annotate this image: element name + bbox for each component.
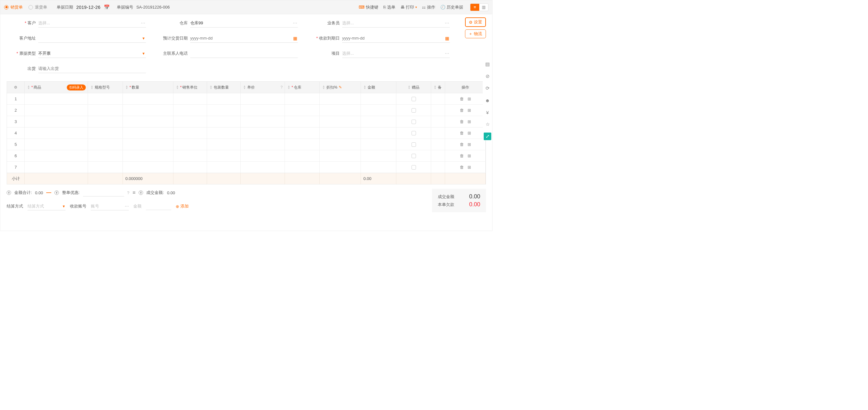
- chevron-down-icon: ▼: [62, 204, 65, 208]
- ellipsis-icon[interactable]: ⋯: [445, 51, 449, 56]
- account-select[interactable]: 账号⋯: [91, 202, 129, 210]
- add-row-icon[interactable]: ⊞: [468, 142, 471, 147]
- rail-star-icon[interactable]: ☆: [484, 121, 491, 128]
- add-settlement-button[interactable]: ⊕添加: [176, 203, 189, 209]
- col-spec[interactable]: ▲▼规格型号: [88, 81, 123, 93]
- plus-circle-icon: ⊕: [176, 204, 179, 209]
- col-pack[interactable]: ▲▼包装数量: [207, 81, 241, 93]
- ellipsis-icon[interactable]: ⋯: [141, 21, 145, 26]
- expect-date-input[interactable]: ▦: [190, 34, 298, 43]
- rail-currency-icon[interactable]: ¥: [484, 108, 491, 116]
- rail-user-icon[interactable]: ☻: [484, 97, 491, 104]
- select-doc-button[interactable]: ⎘选单: [383, 4, 395, 10]
- table-row[interactable]: 5🗑⊞: [7, 139, 486, 150]
- salesman-select[interactable]: 选择...⋯: [342, 19, 450, 28]
- shortcut-button[interactable]: ⌨快捷键: [359, 4, 378, 10]
- table-row[interactable]: 1🗑⊞: [7, 93, 486, 104]
- doc-no-label: 单据编号: [117, 4, 133, 10]
- ellipsis-icon[interactable]: ⋯: [293, 21, 297, 26]
- calendar-icon[interactable]: ▦: [293, 36, 297, 41]
- view-list-icon[interactable]: ≡: [470, 4, 479, 11]
- customer-address-select[interactable]: ▼: [38, 34, 146, 43]
- settle-method-select[interactable]: 结算方式▼: [28, 202, 65, 210]
- add-row-icon[interactable]: ⊞: [468, 119, 471, 124]
- rail-refresh-icon[interactable]: ⟳: [484, 84, 491, 92]
- gift-checkbox[interactable]: [411, 119, 416, 124]
- delete-row-icon[interactable]: 🗑: [460, 108, 464, 113]
- totals-line: ¥ 金额合计: 0.00 — ¥ 整单优惠: ? = ¥ 成交金额: 0.00: [7, 189, 432, 197]
- operate-button[interactable]: ⚏操作: [422, 4, 435, 10]
- gear-icon[interactable]: ⚙: [14, 85, 18, 90]
- rail-note-icon[interactable]: ▤: [484, 61, 491, 68]
- cust-addr-label: 客户地址: [19, 36, 36, 40]
- add-row-icon[interactable]: ⊞: [468, 108, 471, 113]
- contact-phone-input[interactable]: [190, 49, 298, 58]
- pay-due-input[interactable]: ▦: [342, 34, 450, 43]
- col-warehouse[interactable]: ▲▼*仓库: [285, 81, 320, 93]
- help-icon[interactable]: ?: [280, 85, 283, 90]
- warehouse-select[interactable]: 仓库99⋯: [190, 19, 298, 28]
- doc-date-value[interactable]: 2019-12-26: [76, 5, 101, 10]
- grid-subtotal: 小计 0.000000 0.00: [7, 173, 486, 184]
- gift-checkbox[interactable]: [411, 97, 416, 101]
- topbar: 销货单 退货单 单据日期 2019-12-26 📅 单据编号 SA-201912…: [0, 0, 492, 14]
- col-discount[interactable]: ▲▼折扣%✎: [320, 81, 361, 93]
- summary-owe-label: 本单欠款: [438, 202, 454, 208]
- doc-no-value: SA-20191226-006: [136, 5, 170, 9]
- history-button[interactable]: 🕘历史单据: [440, 4, 463, 10]
- col-qty[interactable]: ▲▼*数量: [123, 81, 174, 93]
- calendar-icon[interactable]: 📅: [104, 4, 110, 10]
- table-row[interactable]: 6🗑⊞: [7, 150, 486, 161]
- scan-entry-badge[interactable]: 扫码录入: [67, 84, 86, 91]
- add-row-icon[interactable]: ⊞: [468, 165, 471, 170]
- add-row-icon[interactable]: ⊞: [468, 131, 471, 135]
- delete-row-icon[interactable]: 🗑: [460, 142, 464, 147]
- gift-checkbox[interactable]: [411, 108, 416, 113]
- table-row[interactable]: 4🗑⊞: [7, 127, 486, 139]
- project-select[interactable]: 选择...⋯: [342, 49, 450, 58]
- ellipsis-icon[interactable]: ⋯: [445, 21, 449, 26]
- add-row-icon[interactable]: ⊞: [468, 97, 471, 101]
- tab-return-order[interactable]: 退货单: [29, 4, 47, 10]
- right-buttons: ⚙设置 ＋物流: [465, 18, 486, 38]
- delete-row-icon[interactable]: 🗑: [460, 131, 464, 135]
- rail-attachment-icon[interactable]: ⊘: [484, 72, 491, 80]
- settings-button[interactable]: ⚙设置: [465, 18, 486, 27]
- col-amount[interactable]: ▲▼金额: [361, 81, 396, 93]
- gift-checkbox[interactable]: [411, 165, 416, 170]
- delete-row-icon[interactable]: 🗑: [460, 97, 464, 101]
- whole-discount-input[interactable]: [83, 189, 124, 197]
- col-note[interactable]: ▲▼备: [431, 81, 445, 93]
- table-row[interactable]: 7🗑⊞: [7, 161, 486, 173]
- settle-amount-input[interactable]: [146, 202, 171, 210]
- col-product[interactable]: ▲▼*商品扫码录入: [25, 81, 88, 93]
- tab-sales-order[interactable]: 销货单: [4, 4, 23, 10]
- chevron-down-icon[interactable]: ▼: [142, 52, 145, 55]
- logistics-button[interactable]: ＋物流: [465, 29, 486, 38]
- view-card-icon[interactable]: ▥: [479, 4, 488, 11]
- chevron-down-icon[interactable]: ▼: [142, 36, 145, 40]
- delete-row-icon[interactable]: 🗑: [460, 153, 464, 158]
- add-row-icon[interactable]: ⊞: [468, 153, 471, 158]
- table-row[interactable]: 3🗑⊞: [7, 116, 486, 127]
- yen-icon: ¥: [7, 191, 11, 195]
- amount-label: 金额: [133, 203, 142, 209]
- delete-row-icon[interactable]: 🗑: [460, 119, 464, 124]
- col-unit[interactable]: ▲▼*销售单位: [174, 81, 207, 93]
- delete-row-icon[interactable]: 🗑: [460, 165, 464, 170]
- invoice-type-select[interactable]: 不开票▼: [38, 49, 146, 58]
- edit-icon[interactable]: ✎: [339, 85, 342, 90]
- help-icon[interactable]: ?: [127, 191, 129, 195]
- shipment-input[interactable]: [38, 64, 146, 73]
- form-area: ⚙设置 ＋物流 *客户 选择...⋯ 仓库 仓库99⋯ 业务员 选择...⋯ 客…: [0, 14, 492, 81]
- table-row[interactable]: 2🗑⊞: [7, 104, 486, 116]
- gift-checkbox[interactable]: [411, 154, 416, 158]
- col-gift[interactable]: ▲▼赠品: [396, 81, 431, 93]
- print-button[interactable]: 🖶打印▾: [400, 4, 417, 10]
- gift-checkbox[interactable]: [411, 142, 416, 147]
- calendar-icon[interactable]: ▦: [445, 36, 449, 41]
- col-price[interactable]: ▲▼单价?: [241, 81, 285, 93]
- customer-select[interactable]: 选择...⋯: [38, 19, 146, 28]
- rail-expand-icon[interactable]: ⤢: [484, 133, 491, 140]
- gift-checkbox[interactable]: [411, 131, 416, 135]
